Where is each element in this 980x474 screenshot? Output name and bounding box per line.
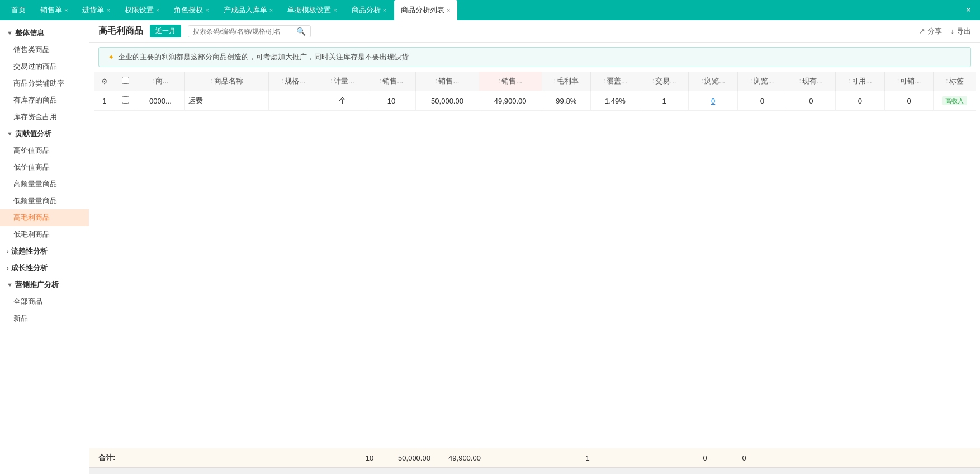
bottom-scrollbar[interactable] bbox=[89, 467, 980, 474]
arrow-icon-growth: › bbox=[7, 265, 9, 271]
cell-code: 0000... bbox=[136, 91, 185, 111]
col-saleable[interactable]: :可销... bbox=[884, 72, 934, 91]
cell-spec bbox=[269, 91, 318, 111]
col-trade[interactable]: :交易... bbox=[640, 72, 689, 91]
tab-roles[interactable]: 角色授权 × bbox=[167, 0, 215, 20]
footer-available: 0 bbox=[725, 454, 764, 462]
col-gross-rate[interactable]: :毛利率 bbox=[542, 72, 591, 91]
close-tab-product-analysis[interactable]: × bbox=[383, 7, 386, 13]
footer-sales-amount: 50,000.00 bbox=[389, 454, 439, 462]
col-sales-qty[interactable]: :销售... bbox=[367, 72, 416, 91]
footer-sales-profit: 49,900.00 bbox=[439, 454, 490, 462]
col-settings[interactable]: ⚙ bbox=[94, 72, 115, 91]
close-tab-product-entry[interactable]: × bbox=[269, 7, 273, 13]
search-box: 🔍 bbox=[188, 25, 311, 37]
sidebar: ▼ 整体信息 销售类商品 交易过的商品 商品分类辅助率 有库存的商品 库存资金占… bbox=[0, 20, 89, 474]
col-code[interactable]: :商... bbox=[136, 72, 185, 91]
tab-product-entry[interactable]: 产成品入库单 × bbox=[217, 0, 280, 20]
cell-available: 0 bbox=[836, 91, 885, 111]
filter-recent-month-button[interactable]: 近一月 bbox=[150, 25, 181, 37]
sidebar-group-marketing[interactable]: ▼ 营销推广分析 bbox=[0, 276, 89, 293]
col-available[interactable]: :可用... bbox=[836, 72, 885, 91]
cell-sales-amount: 50,000.00 bbox=[416, 91, 479, 111]
share-icon: ↗ bbox=[919, 27, 925, 35]
arrow-icon-marketing: ▼ bbox=[7, 281, 13, 288]
sidebar-group-growth[interactable]: › 成长性分析 bbox=[0, 260, 89, 276]
footer-sales-qty: 10 bbox=[350, 454, 389, 462]
close-tab-template[interactable]: × bbox=[333, 7, 337, 13]
sidebar-item-high-freq[interactable]: 高频量量商品 bbox=[0, 176, 89, 193]
search-icon[interactable]: 🔍 bbox=[296, 27, 306, 36]
info-bar: ✦ 企业的主要的利润都是这部分商品创造的，可考虑加大推广，同时关注库存是不要出现… bbox=[98, 47, 971, 67]
cell-name: 运费 bbox=[185, 91, 269, 111]
page-title: 高毛利商品 bbox=[98, 25, 143, 37]
tab-product-analysis-list[interactable]: 商品分析列表 × bbox=[394, 0, 457, 20]
cell-browse1[interactable]: 0 bbox=[689, 91, 738, 111]
table-wrapper[interactable]: ⚙ :商... :商品名称 :规格... bbox=[89, 72, 980, 448]
cell-current: 0 bbox=[787, 91, 836, 111]
sidebar-group-overall[interactable]: ▼ 整体信息 bbox=[0, 25, 89, 41]
search-input[interactable] bbox=[193, 27, 294, 35]
cell-cover-rate: 1.49% bbox=[591, 91, 640, 111]
sidebar-item-high-value[interactable]: 高价值商品 bbox=[0, 142, 89, 159]
close-tab-sales[interactable]: × bbox=[64, 7, 68, 13]
header-actions: ↗ 分享 ↓ 导出 bbox=[919, 26, 972, 36]
col-name[interactable]: :商品名称 bbox=[185, 72, 269, 91]
sidebar-item-sales-goods[interactable]: 销售类商品 bbox=[0, 41, 89, 58]
sidebar-item-low-freq[interactable]: 低频量量商品 bbox=[0, 193, 89, 209]
top-nav-bar: 首页 销售单 × 进货单 × 权限设置 × 角色授权 × 产成品入库单 × 单据… bbox=[0, 0, 980, 20]
tab-sales[interactable]: 销售单 × bbox=[34, 0, 74, 20]
sidebar-item-traded-goods[interactable]: 交易过的商品 bbox=[0, 58, 89, 75]
footer-label: 合计: bbox=[98, 453, 132, 463]
sidebar-item-low-profit[interactable]: 低毛利商品 bbox=[0, 226, 89, 243]
info-icon: ✦ bbox=[108, 53, 115, 62]
sidebar-item-stocked-goods[interactable]: 有库存的商品 bbox=[0, 92, 89, 109]
sidebar-item-goods-conversion[interactable]: 商品分类辅助率 bbox=[0, 75, 89, 92]
sidebar-group-trend[interactable]: › 流趋性分析 bbox=[0, 243, 89, 260]
close-all-tabs[interactable]: × bbox=[962, 3, 976, 17]
cell-tag: 高收入 bbox=[934, 91, 976, 111]
col-browse2[interactable]: :浏览... bbox=[737, 72, 787, 91]
cell-checkbox[interactable] bbox=[115, 91, 136, 111]
col-unit[interactable]: :计量... bbox=[318, 72, 367, 91]
col-spec[interactable]: :规格... bbox=[269, 72, 318, 91]
footer-current: 0 bbox=[685, 454, 725, 462]
close-tab-purchase[interactable]: × bbox=[106, 7, 110, 13]
footer-cells: 10 50,000.00 49,900.00 1 0 0 bbox=[132, 454, 971, 462]
tab-purchase[interactable]: 进货单 × bbox=[75, 0, 116, 20]
sidebar-item-inventory-ratio[interactable]: 库存资金占用 bbox=[0, 109, 89, 125]
sidebar-item-low-value[interactable]: 低价值商品 bbox=[0, 159, 89, 176]
cell-saleable: 0 bbox=[884, 91, 934, 111]
close-tab-permission[interactable]: × bbox=[156, 7, 159, 13]
sidebar-item-high-profit[interactable]: 高毛利商品 bbox=[0, 209, 89, 226]
col-cover-rate[interactable]: :覆盖... bbox=[591, 72, 640, 91]
sidebar-item-all-goods[interactable]: 全部商品 bbox=[0, 293, 89, 310]
col-tag[interactable]: :标签 bbox=[934, 72, 976, 91]
tab-template-settings[interactable]: 单据模板设置 × bbox=[281, 0, 343, 20]
col-sales-amount[interactable]: :销售... bbox=[416, 72, 479, 91]
content-header: 高毛利商品 近一月 🔍 ↗ 分享 ↓ 导出 bbox=[89, 20, 980, 43]
sidebar-group-financial[interactable]: ▼ 贡献值分析 bbox=[0, 125, 89, 142]
arrow-icon: ▼ bbox=[7, 30, 13, 36]
select-all-checkbox[interactable] bbox=[122, 77, 129, 84]
tab-product-analysis[interactable]: 商品分析 × bbox=[345, 0, 393, 20]
close-tab-roles[interactable]: × bbox=[205, 7, 209, 13]
export-button[interactable]: ↓ 导出 bbox=[951, 26, 972, 36]
footer-total: 合计: 10 50,000.00 49,900.00 1 0 0 bbox=[89, 448, 980, 467]
share-button[interactable]: ↗ 分享 bbox=[919, 26, 942, 36]
col-current[interactable]: :现有... bbox=[787, 72, 836, 91]
tab-permission-settings[interactable]: 权限设置 × bbox=[118, 0, 166, 20]
cell-gross-rate: 99.8% bbox=[542, 91, 591, 111]
col-sales-profit[interactable]: :销售... bbox=[479, 72, 542, 91]
cell-index: 1 bbox=[94, 91, 115, 111]
tab-home[interactable]: 首页 bbox=[4, 0, 32, 20]
cell-trade: 1 bbox=[640, 91, 689, 111]
content-area: 高毛利商品 近一月 🔍 ↗ 分享 ↓ 导出 ✦ 企业的主要的利润都是这部分商品创… bbox=[89, 20, 980, 474]
col-browse1[interactable]: :浏览... bbox=[689, 72, 738, 91]
export-icon: ↓ bbox=[951, 27, 955, 35]
footer-trade: 1 bbox=[568, 454, 607, 462]
table-row: 1 0000... 运费 个 10 50,000.00 49,900.00 99… bbox=[94, 91, 976, 111]
close-tab-product-analysis-list[interactable]: × bbox=[447, 7, 450, 13]
sidebar-item-new-goods[interactable]: 新品 bbox=[0, 310, 89, 327]
goods-table: ⚙ :商... :商品名称 :规格... bbox=[94, 72, 976, 111]
